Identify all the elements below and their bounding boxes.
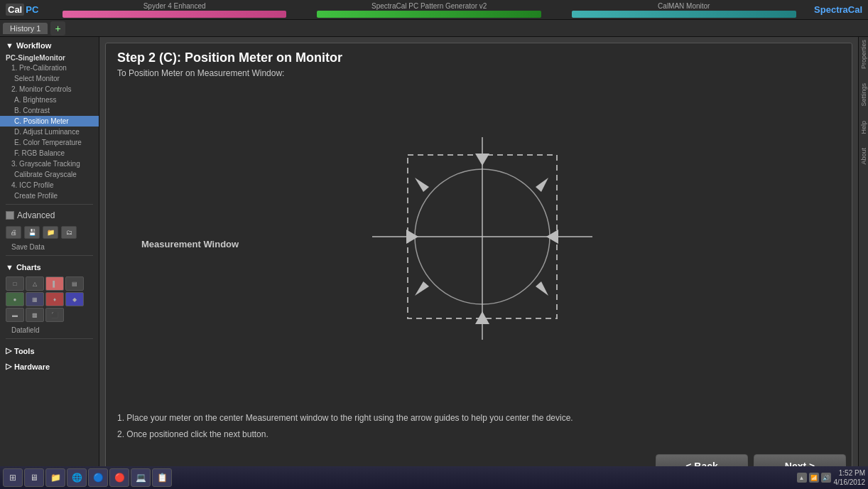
hardware-arrow: ▷: [6, 362, 11, 371]
segment-spyder: Spyder 4 Enhanced: [50, 2, 299, 18]
tools-arrow: ▷: [6, 346, 11, 355]
svg-marker-9: [536, 178, 548, 192]
datafield-label[interactable]: Datafield: [0, 325, 99, 335]
calman-progress: [572, 11, 796, 18]
top-bar: CalPC Spyder 4 Enhanced SpectraCal PC Pa…: [0, 0, 868, 20]
chart-icon-4[interactable]: ▤: [65, 276, 84, 291]
section2-sube[interactable]: E. Color Temperature: [0, 137, 99, 148]
advanced-row: Advanced: [0, 208, 99, 223]
taskbar-btn-5[interactable]: 🔴: [109, 468, 129, 487]
section4-sub1[interactable]: Create Profile: [0, 190, 99, 201]
spyder-progress: [63, 11, 287, 18]
tab-bar: History 1 +: [0, 20, 868, 37]
hardware-label: Hardware: [14, 362, 50, 371]
taskbar-btn-4[interactable]: 🔵: [88, 468, 108, 487]
diagram-container: Measurement Window: [106, 82, 852, 406]
chart-icon-3[interactable]: ▌: [45, 276, 64, 291]
start-button[interactable]: ⊞: [3, 468, 23, 487]
spyder-label: Spyder 4 Enhanced: [50, 2, 299, 10]
system-tray: ▲ 📶 🔊 1:52 PM 4/16/2012: [797, 468, 866, 487]
tab-add-button[interactable]: +: [50, 21, 65, 36]
chart-icon-11[interactable]: ⬛: [45, 308, 64, 322]
chart-icon-5[interactable]: ●: [6, 292, 24, 306]
workflow-label: Workflow: [16, 41, 51, 50]
section3-sub1[interactable]: Calibrate Grayscale: [0, 169, 99, 180]
chart-icon-8[interactable]: ◆: [65, 292, 84, 306]
advanced-label: Advanced: [17, 210, 55, 220]
section2-suba[interactable]: A. Brightness: [0, 95, 99, 105]
tool-icon-1[interactable]: 🖨: [6, 226, 21, 239]
section2-subd[interactable]: D. Adjust Luminance: [0, 127, 99, 137]
charts-grid: □ △ ▌ ▤ ● ▦ ♦ ◆ ▬ ▩ ⬛: [0, 274, 99, 325]
chart-icon-7[interactable]: ♦: [45, 292, 64, 306]
tab-label: History 1: [10, 24, 40, 33]
chart-icon-1[interactable]: □: [6, 276, 24, 291]
tool-icon-3[interactable]: 📁: [43, 226, 58, 239]
tab-history-1[interactable]: History 1: [3, 23, 48, 34]
section1[interactable]: 1. Pre-Calibration: [0, 63, 99, 73]
taskbar-btn-6[interactable]: 💻: [131, 468, 151, 487]
taskbar-btn-1[interactable]: 🖥: [24, 468, 44, 487]
section4[interactable]: 4. ICC Profile: [0, 180, 99, 190]
divider1: [6, 204, 93, 205]
workflow-header[interactable]: ▼ Workflow: [0, 37, 99, 52]
calman-label: CalMAN Monitor: [559, 2, 808, 10]
section2-subf[interactable]: F. RGB Balance: [0, 148, 99, 158]
save-data-label[interactable]: Save Data: [0, 242, 99, 252]
instruction-1: 1. Place your meter on the center Measur…: [117, 412, 840, 425]
svg-marker-4: [475, 154, 489, 166]
chart-icon-9[interactable]: ▬: [6, 308, 24, 322]
panel-subtitle: To Position Meter on Measurement Window:: [117, 68, 840, 78]
logo-pc: PC: [26, 4, 38, 15]
time-display: 1:52 PM: [834, 468, 866, 478]
charts-header[interactable]: ▼ Charts: [0, 259, 99, 274]
chart-icon-2[interactable]: △: [26, 276, 44, 291]
taskbar: ⊞ 🖥 📁 🌐 🔵 🔴 💻 📋 ▲ 📶 🔊 1:52 PM 4/16/2012: [0, 466, 868, 489]
spectra-brand: SpectraCal: [814, 4, 862, 15]
system-clock: 1:52 PM 4/16/2012: [834, 468, 866, 487]
panel-header: Step 2 (C): Position Meter on Monitor To…: [106, 43, 852, 82]
pattern-progress: [317, 11, 541, 18]
tools-header[interactable]: ▷ Tools: [0, 342, 99, 358]
right-panels: Properties Settings Help About: [858, 37, 868, 489]
segment-calman: CalMAN Monitor: [559, 2, 808, 18]
about-panel-label[interactable]: About: [860, 148, 867, 165]
pattern-label: SpectraCal PC Pattern Generator v2: [305, 2, 554, 10]
logo-cal: Cal: [6, 4, 24, 16]
divider2: [6, 255, 93, 256]
tool-icon-4[interactable]: 🗂: [61, 226, 77, 239]
section2[interactable]: 2. Monitor Controls: [0, 84, 99, 95]
section3[interactable]: 3. Grayscale Tracking: [0, 158, 99, 169]
settings-panel-label[interactable]: Settings: [860, 83, 867, 107]
position-diagram: [337, 134, 621, 354]
app-logo: CalPC: [6, 4, 38, 16]
tools-label: Tools: [14, 347, 35, 355]
advanced-checkbox[interactable]: [6, 211, 14, 220]
taskbar-btn-7[interactable]: 📋: [152, 468, 172, 487]
tray-icons: ▲ 📶 🔊: [797, 473, 831, 483]
tools-row: 🖨 💾 📁 🗂: [0, 223, 99, 242]
segment-pattern: SpectraCal PC Pattern Generator v2: [305, 2, 554, 18]
chart-icon-10[interactable]: ▩: [26, 308, 44, 322]
properties-panel-label[interactable]: Properties: [860, 40, 867, 69]
section2-subb[interactable]: B. Contrast: [0, 105, 99, 116]
section2-subc[interactable]: C. Position Meter: [0, 116, 99, 127]
svg-marker-10: [415, 281, 429, 296]
taskbar-btn-2[interactable]: 📁: [45, 468, 65, 487]
help-panel-label[interactable]: Help: [860, 121, 867, 134]
device-label: PC-SingleMonitor: [0, 52, 99, 63]
chart-icon-6[interactable]: ▦: [26, 292, 44, 306]
section1-sub1[interactable]: Select Monitor: [0, 73, 99, 84]
charts-label: Charts: [16, 263, 41, 272]
tool-icon-2[interactable]: 💾: [24, 226, 40, 239]
panel-title: Step 2 (C): Position Meter on Monitor: [117, 50, 840, 65]
instruction-2: 2. Once positioned click the next button…: [117, 428, 840, 441]
instructions: 1. Place your meter on the center Measur…: [106, 406, 852, 450]
taskbar-btn-3[interactable]: 🌐: [67, 468, 87, 487]
tray-icon-3: 🔊: [821, 473, 831, 483]
date-display: 4/16/2012: [834, 478, 866, 487]
hardware-header[interactable]: ▷ Hardware: [0, 358, 99, 373]
sidebar: ▼ Workflow PC-SingleMonitor 1. Pre-Calib…: [0, 37, 99, 489]
main-panel: Step 2 (C): Position Meter on Monitor To…: [105, 43, 852, 483]
main-layout: ▼ Workflow PC-SingleMonitor 1. Pre-Calib…: [0, 37, 868, 489]
